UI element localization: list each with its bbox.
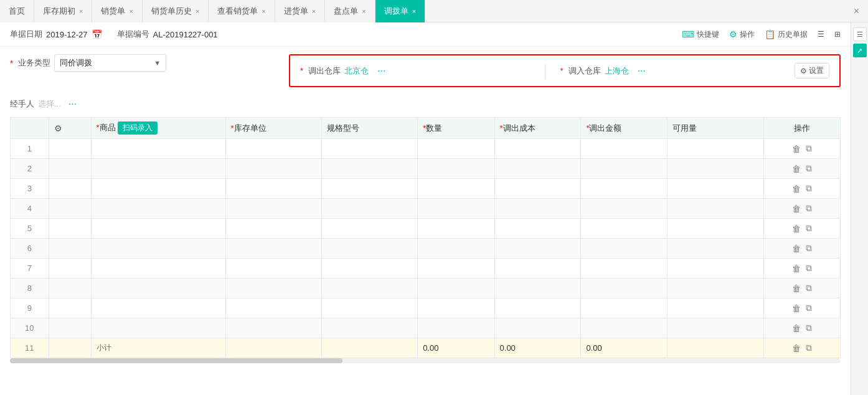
cell-qty[interactable] xyxy=(418,298,494,318)
copy-icon[interactable]: ⧉ xyxy=(806,263,812,274)
cell-spec[interactable] xyxy=(321,278,417,298)
handler-more-button[interactable]: ··· xyxy=(68,98,77,110)
copy-icon[interactable]: ⧉ xyxy=(806,243,812,254)
delete-icon[interactable]: 🗑 xyxy=(792,224,801,234)
cell-spec[interactable] xyxy=(321,159,417,179)
operations-button[interactable]: ⚙ 操作 xyxy=(729,29,755,40)
cell-qty[interactable] xyxy=(418,259,494,278)
cell-amount[interactable] xyxy=(581,139,668,159)
scan-button[interactable]: 扫码录入 xyxy=(118,121,158,135)
tab-inventory-init-close[interactable]: × xyxy=(79,7,83,15)
cell-spec[interactable] xyxy=(321,219,417,239)
cell-spec[interactable] xyxy=(321,139,417,159)
cell-unit[interactable] xyxy=(225,159,321,179)
tab-purchase-order-close[interactable]: × xyxy=(312,7,316,15)
sidebar-list-button[interactable]: ☰ xyxy=(853,27,867,41)
cell-unit[interactable] xyxy=(225,278,321,298)
window-close-button[interactable]: × xyxy=(845,0,868,22)
tab-transfer[interactable]: 调拨单 × xyxy=(375,0,425,22)
tab-view-sales-close[interactable]: × xyxy=(262,7,265,15)
tab-sales-history-close[interactable]: × xyxy=(196,7,199,15)
cell-product[interactable] xyxy=(91,179,225,199)
layout-toggle-2[interactable]: ⊞ xyxy=(834,30,841,39)
tab-inventory-init[interactable]: 库存期初 × xyxy=(34,0,92,22)
copy-icon[interactable]: ⧉ xyxy=(806,183,812,194)
cell-qty[interactable] xyxy=(418,318,494,338)
copy-icon[interactable]: ⧉ xyxy=(806,343,812,353)
cell-product[interactable] xyxy=(91,199,225,219)
cell-cost[interactable] xyxy=(494,239,581,259)
cell-product[interactable] xyxy=(91,318,225,338)
business-type-select[interactable]: 同价调拨 ▼ xyxy=(54,54,166,72)
cell-qty[interactable] xyxy=(418,179,494,199)
delete-icon[interactable]: 🗑 xyxy=(792,303,801,313)
cell-cost[interactable] xyxy=(494,199,581,219)
cell-unit[interactable] xyxy=(225,318,321,338)
delete-icon[interactable]: 🗑 xyxy=(792,343,801,353)
tab-sales-order-close[interactable]: × xyxy=(129,7,133,15)
copy-icon[interactable]: ⧉ xyxy=(806,203,812,214)
cell-cost[interactable] xyxy=(494,219,581,239)
history-button[interactable]: 📋 历史单据 xyxy=(765,29,808,40)
tab-sales-history[interactable]: 销货单历史 × xyxy=(143,0,209,22)
warehouse-in-more-button[interactable]: ··· xyxy=(638,65,646,77)
cell-cost[interactable] xyxy=(494,278,581,298)
cell-amount[interactable] xyxy=(581,278,668,298)
sidebar-export-button[interactable]: ↗ xyxy=(853,44,867,57)
cell-spec[interactable] xyxy=(321,298,417,318)
cell-unit[interactable] xyxy=(225,239,321,259)
cell-amount[interactable] xyxy=(581,298,668,318)
tab-stocktake[interactable]: 盘点单 × xyxy=(325,0,375,22)
th-settings[interactable]: ⚙ xyxy=(49,118,91,139)
setting-button[interactable]: ⚙ 设置 xyxy=(795,63,829,79)
tab-sales-order[interactable]: 销货单 × xyxy=(92,0,142,22)
tab-view-sales[interactable]: 查看销货单 × xyxy=(209,0,275,22)
cell-spec[interactable] xyxy=(321,199,417,219)
cell-unit[interactable] xyxy=(225,298,321,318)
delete-icon[interactable]: 🗑 xyxy=(792,283,801,293)
cell-unit[interactable] xyxy=(225,259,321,278)
cell-qty[interactable] xyxy=(418,219,494,239)
cell-spec[interactable] xyxy=(321,179,417,199)
table-scroll-bar[interactable] xyxy=(10,358,841,363)
copy-icon[interactable]: ⧉ xyxy=(806,223,812,234)
cell-cost[interactable] xyxy=(494,298,581,318)
delete-icon[interactable]: 🗑 xyxy=(792,144,801,154)
handler-select[interactable]: 选择... xyxy=(38,98,61,110)
cell-product[interactable] xyxy=(91,139,225,159)
table-settings-icon[interactable]: ⚙ xyxy=(54,123,62,133)
copy-icon[interactable]: ⧉ xyxy=(806,163,812,174)
calendar-icon[interactable]: 📅 xyxy=(92,29,102,39)
cell-spec[interactable] xyxy=(321,259,417,278)
warehouse-out-more-button[interactable]: ··· xyxy=(377,65,385,77)
cell-spec[interactable] xyxy=(321,239,417,259)
cell-qty[interactable] xyxy=(418,239,494,259)
layout-toggle-1[interactable]: ☰ xyxy=(818,30,824,39)
delete-icon[interactable]: 🗑 xyxy=(792,204,801,214)
cell-unit[interactable] xyxy=(225,199,321,219)
cell-amount[interactable] xyxy=(581,318,668,338)
cell-product[interactable] xyxy=(91,278,225,298)
tab-home[interactable]: 首页 xyxy=(0,0,34,22)
cell-amount[interactable] xyxy=(581,259,668,278)
cell-product[interactable] xyxy=(91,219,225,239)
cell-cost[interactable] xyxy=(494,159,581,179)
cell-cost[interactable] xyxy=(494,318,581,338)
delete-icon[interactable]: 🗑 xyxy=(792,184,801,194)
cell-cost[interactable] xyxy=(494,259,581,278)
copy-icon[interactable]: ⧉ xyxy=(806,323,812,333)
cell-amount[interactable] xyxy=(581,239,668,259)
cell-cost[interactable] xyxy=(494,179,581,199)
cell-qty[interactable] xyxy=(418,278,494,298)
cell-unit[interactable] xyxy=(225,179,321,199)
cell-amount[interactable] xyxy=(581,199,668,219)
cell-product[interactable] xyxy=(91,159,225,179)
cell-qty[interactable] xyxy=(418,159,494,179)
delete-icon[interactable]: 🗑 xyxy=(792,264,801,274)
delete-icon[interactable]: 🗑 xyxy=(792,323,801,333)
cell-unit[interactable] xyxy=(225,219,321,239)
cell-qty[interactable] xyxy=(418,139,494,159)
cell-cost[interactable] xyxy=(494,139,581,159)
cell-amount[interactable] xyxy=(581,219,668,239)
cell-amount[interactable] xyxy=(581,179,668,199)
